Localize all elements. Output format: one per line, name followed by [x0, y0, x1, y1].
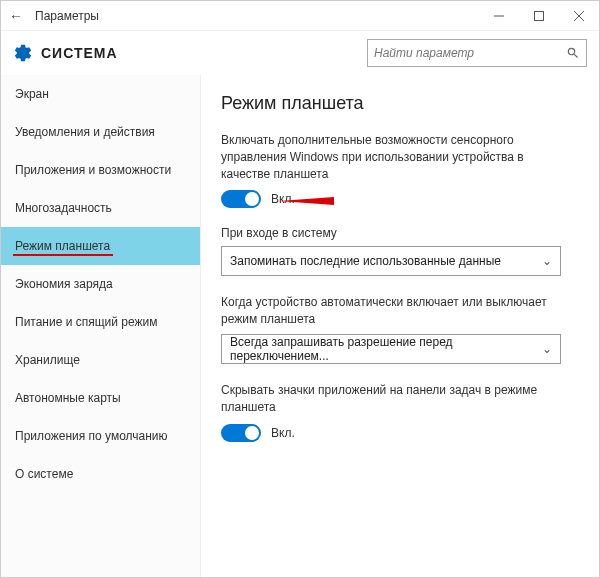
sidebar-item[interactable]: Приложения по умолчанию [1, 417, 200, 455]
sidebar-item-label: Экран [15, 87, 49, 101]
tablet-mode-toggle[interactable] [221, 190, 261, 208]
sublabel-auto: Когда устройство автоматически включает … [221, 294, 561, 328]
sidebar-item[interactable]: Многозадачность [1, 189, 200, 227]
hide-icons-toggle[interactable] [221, 424, 261, 442]
setting-desc-1: Включать дополнительные возможности сенс… [221, 132, 561, 182]
toggle-row-2: Вкл. [221, 424, 579, 442]
chevron-down-icon: ⌄ [542, 254, 552, 268]
sidebar: ЭкранУведомления и действияПриложения и … [1, 75, 201, 577]
search-input[interactable] [374, 46, 566, 60]
content: Режим планшета Включать дополнительные в… [201, 75, 599, 577]
page-title: Режим планшета [221, 93, 579, 114]
toggle-row-1: Вкл. [221, 190, 579, 208]
sidebar-item[interactable]: Режим планшета [1, 227, 200, 265]
sidebar-item[interactable]: Хранилище [1, 341, 200, 379]
sidebar-item-label: Приложения и возможности [15, 163, 171, 177]
header: СИСТЕМА [1, 31, 599, 75]
chevron-down-icon: ⌄ [542, 342, 552, 356]
window-title: Параметры [31, 9, 479, 23]
sidebar-item-label: Уведомления и действия [15, 125, 155, 139]
minimize-button[interactable] [479, 1, 519, 30]
select-value-2: Всегда запрашивать разрешение перед пере… [230, 335, 542, 363]
back-button[interactable]: ← [1, 8, 31, 24]
svg-rect-1 [535, 11, 544, 20]
select-value-1: Запоминать последние использованные данн… [230, 254, 501, 268]
sidebar-item-label: Приложения по умолчанию [15, 429, 168, 443]
sidebar-item[interactable]: О системе [1, 455, 200, 493]
sidebar-item-label: Экономия заряда [15, 277, 113, 291]
annotation-underline [13, 254, 113, 256]
close-button[interactable] [559, 1, 599, 30]
sidebar-item-label: Хранилище [15, 353, 80, 367]
signin-select[interactable]: Запоминать последние использованные данн… [221, 246, 561, 276]
annotation-arrow [279, 197, 334, 205]
setting-desc-2: Скрывать значки приложений на панели зад… [221, 382, 561, 416]
sidebar-item[interactable]: Питание и спящий режим [1, 303, 200, 341]
sidebar-item[interactable]: Экономия заряда [1, 265, 200, 303]
maximize-button[interactable] [519, 1, 559, 30]
sublabel-signin: При входе в систему [221, 226, 579, 240]
search-icon [566, 46, 580, 60]
sidebar-item-label: Автономные карты [15, 391, 121, 405]
sidebar-item-label: Режим планшета [15, 239, 110, 253]
gear-icon [13, 43, 33, 63]
sidebar-item-label: О системе [15, 467, 73, 481]
sidebar-item[interactable]: Экран [1, 75, 200, 113]
search-box[interactable] [367, 39, 587, 67]
sidebar-item[interactable]: Автономные карты [1, 379, 200, 417]
toggle-label-2: Вкл. [271, 426, 295, 440]
sidebar-item-label: Питание и спящий режим [15, 315, 158, 329]
titlebar: ← Параметры [1, 1, 599, 31]
sidebar-item[interactable]: Уведомления и действия [1, 113, 200, 151]
sidebar-item-label: Многозадачность [15, 201, 112, 215]
auto-select[interactable]: Всегда запрашивать разрешение перед пере… [221, 334, 561, 364]
section-title: СИСТЕМА [41, 45, 367, 61]
sidebar-item[interactable]: Приложения и возможности [1, 151, 200, 189]
